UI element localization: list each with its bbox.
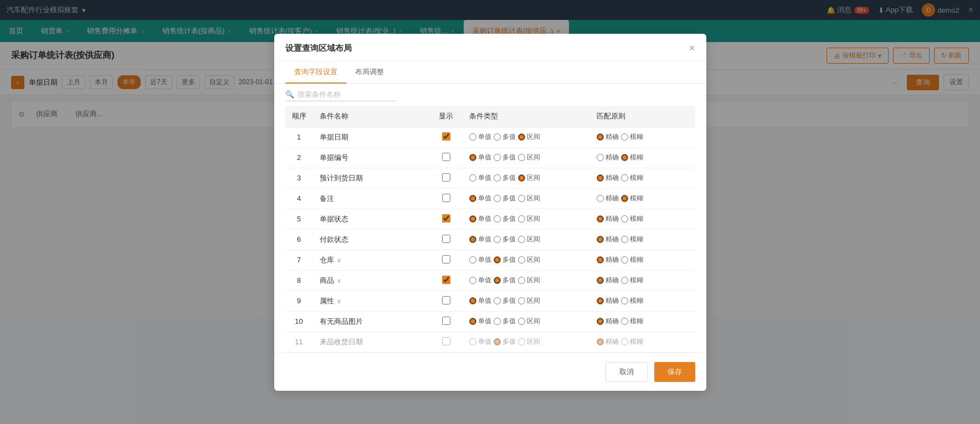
match-radio-exact[interactable] xyxy=(597,215,604,223)
cell-show[interactable] xyxy=(429,229,463,250)
match-radio-label-fuzzy[interactable]: 模糊 xyxy=(621,153,643,162)
cell-match[interactable]: 精确模糊 xyxy=(590,250,695,270)
match-radio-exact[interactable] xyxy=(597,174,604,182)
type-radio-label-range[interactable]: 区间 xyxy=(518,235,540,244)
dialog-tab-layout-adjust[interactable]: 布局调整 xyxy=(346,61,393,84)
dialog-close-button[interactable]: × xyxy=(689,43,695,54)
match-radio-label-exact[interactable]: 精确 xyxy=(597,214,619,224)
type-radio-label-single[interactable]: 单值 xyxy=(469,235,491,244)
type-radio-single[interactable] xyxy=(469,277,476,284)
type-radio-label-single[interactable]: 单值 xyxy=(469,132,491,142)
type-radio-label-range[interactable]: 区间 xyxy=(518,255,540,265)
match-radio-fuzzy[interactable] xyxy=(621,133,628,141)
type-radio-label-range[interactable]: 区间 xyxy=(518,276,540,285)
type-radio-multi[interactable] xyxy=(494,236,501,243)
cell-match[interactable]: 精确模糊 xyxy=(590,291,695,311)
type-radio-single[interactable] xyxy=(469,256,476,263)
type-radio-single[interactable] xyxy=(469,174,476,182)
match-radio-fuzzy[interactable] xyxy=(621,277,628,284)
cell-show[interactable] xyxy=(429,209,463,229)
show-checkbox[interactable] xyxy=(442,255,450,263)
cell-show[interactable] xyxy=(429,188,463,209)
cell-show[interactable] xyxy=(429,168,463,188)
cell-type[interactable]: 单值多值区间 xyxy=(463,127,590,147)
match-radio-fuzzy[interactable] xyxy=(621,297,628,304)
match-radio-label-fuzzy[interactable]: 模糊 xyxy=(621,276,643,285)
cell-type[interactable]: 单值多值区间 xyxy=(463,168,590,188)
type-radio-single[interactable] xyxy=(469,215,476,223)
type-radio-multi[interactable] xyxy=(494,154,501,161)
type-radio-single[interactable] xyxy=(469,195,476,202)
match-radio-label-fuzzy[interactable]: 模糊 xyxy=(621,132,643,142)
match-radio-exact[interactable] xyxy=(597,236,604,243)
type-radio-label-multi[interactable]: 多值 xyxy=(494,132,516,142)
type-radio-label-range[interactable]: 区间 xyxy=(518,296,540,306)
match-radio-label-fuzzy[interactable]: 模糊 xyxy=(621,235,643,244)
match-radio-label-fuzzy[interactable]: 模糊 xyxy=(621,214,643,224)
type-radio-range[interactable] xyxy=(518,277,525,284)
type-radio-label-single[interactable]: 单值 xyxy=(469,276,491,285)
cell-show[interactable] xyxy=(429,147,463,168)
type-radio-label-range[interactable]: 区间 xyxy=(518,214,540,224)
show-checkbox[interactable] xyxy=(442,194,450,202)
match-radio-label-exact[interactable]: 精确 xyxy=(597,235,619,244)
show-checkbox[interactable] xyxy=(442,317,450,317)
cell-match[interactable]: 精确模糊 xyxy=(590,168,695,188)
type-radio-multi[interactable] xyxy=(494,195,501,202)
cell-type[interactable]: 单值多值区间 xyxy=(463,209,590,229)
show-checkbox[interactable] xyxy=(442,235,450,243)
cell-show[interactable] xyxy=(429,250,463,270)
show-checkbox[interactable] xyxy=(442,296,450,304)
type-radio-multi[interactable] xyxy=(494,133,501,141)
search-input[interactable] xyxy=(297,90,386,99)
type-radio-multi[interactable] xyxy=(494,256,501,263)
show-checkbox[interactable] xyxy=(442,132,450,141)
match-radio-fuzzy[interactable] xyxy=(621,236,628,243)
type-radio-label-multi[interactable]: 多值 xyxy=(494,153,516,162)
match-radio-label-exact[interactable]: 精确 xyxy=(597,296,619,306)
type-radio-label-multi[interactable]: 多值 xyxy=(494,173,516,183)
match-radio-label-fuzzy[interactable]: 模糊 xyxy=(621,255,643,265)
match-radio-fuzzy[interactable] xyxy=(621,195,628,202)
match-radio-fuzzy[interactable] xyxy=(621,256,628,263)
cell-match[interactable]: 精确模糊 xyxy=(590,270,695,291)
cell-type[interactable]: 单值多值区间 xyxy=(463,250,590,270)
match-radio-label-exact[interactable]: 精确 xyxy=(597,276,619,285)
type-radio-label-range[interactable]: 区间 xyxy=(518,194,540,203)
match-radio-label-exact[interactable]: 精确 xyxy=(597,194,619,203)
match-radio-label-exact[interactable]: 精确 xyxy=(597,153,619,162)
type-radio-range[interactable] xyxy=(518,256,525,263)
type-radio-label-multi[interactable]: 多值 xyxy=(494,255,516,265)
type-radio-range[interactable] xyxy=(518,236,525,243)
type-radio-range[interactable] xyxy=(518,154,525,161)
cell-match[interactable]: 精确模糊 xyxy=(590,147,695,168)
match-radio-exact[interactable] xyxy=(597,297,604,304)
match-radio-label-fuzzy[interactable]: 模糊 xyxy=(621,296,643,306)
match-radio-label-exact[interactable]: 精确 xyxy=(597,173,619,183)
cell-show[interactable] xyxy=(429,311,463,317)
match-radio-fuzzy[interactable] xyxy=(621,174,628,182)
cell-match[interactable]: 精确模糊 xyxy=(590,209,695,229)
type-radio-range[interactable] xyxy=(518,195,525,202)
type-radio-single[interactable] xyxy=(469,154,476,161)
match-radio-exact[interactable] xyxy=(597,256,604,263)
match-radio-label-fuzzy[interactable]: 模糊 xyxy=(621,173,643,183)
type-radio-label-single[interactable]: 单值 xyxy=(469,194,491,203)
match-radio-fuzzy[interactable] xyxy=(621,154,628,161)
match-radio-label-exact[interactable]: 精确 xyxy=(597,132,619,142)
type-radio-label-single[interactable]: 单值 xyxy=(469,255,491,265)
cell-type[interactable]: 单值多值区间 xyxy=(463,229,590,250)
type-radio-label-multi[interactable]: 多值 xyxy=(494,276,516,285)
type-radio-range[interactable] xyxy=(518,215,525,223)
type-radio-multi[interactable] xyxy=(494,174,501,182)
type-radio-multi[interactable] xyxy=(494,215,501,223)
cell-type[interactable]: 单值多值区间 xyxy=(463,147,590,168)
type-radio-label-single[interactable]: 单值 xyxy=(469,173,491,183)
match-radio-label-fuzzy[interactable]: 模糊 xyxy=(621,194,643,203)
type-radio-label-multi[interactable]: 多值 xyxy=(494,235,516,244)
type-radio-label-multi[interactable]: 多值 xyxy=(494,214,516,224)
cell-type[interactable]: 单值多值区间 xyxy=(463,188,590,209)
cell-show[interactable] xyxy=(429,127,463,147)
match-radio-exact[interactable] xyxy=(597,195,604,202)
type-radio-single[interactable] xyxy=(469,133,476,141)
